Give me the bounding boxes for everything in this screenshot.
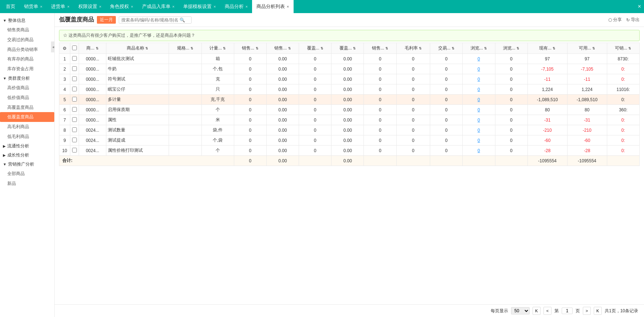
close-icon[interactable]: ×	[213, 4, 216, 9]
th-available[interactable]: 可用... ⇅	[567, 43, 607, 54]
sidebar-item-high-margin[interactable]: 高毛利商品	[0, 122, 54, 132]
row-browse1[interactable]: 0	[463, 105, 495, 115]
row-checkbox-cell[interactable]	[70, 135, 79, 146]
row-checkbox-cell[interactable]	[70, 54, 79, 64]
row-checkbox-cell[interactable]	[70, 84, 79, 95]
row-checkbox-cell[interactable]	[70, 115, 79, 125]
row-checkbox-cell[interactable]	[70, 74, 79, 84]
th-sales-amt[interactable]: 销售... ⇅	[266, 43, 299, 54]
close-icon[interactable]: ×	[172, 4, 174, 9]
th-cover1[interactable]: 覆盖... ⇅	[299, 43, 331, 54]
close-icon[interactable]: ×	[67, 4, 69, 9]
row-checkbox-cell[interactable]	[70, 146, 79, 156]
th-browse2[interactable]: 浏览... ⇅	[495, 43, 527, 54]
nav-tab-templates[interactable]: 单据模板设置 ×	[179, 0, 220, 13]
share-button[interactable]: ⬡ 分享	[608, 17, 622, 23]
period-button[interactable]: 近一月	[97, 16, 116, 24]
th-sales2[interactable]: 销售... ⇅	[364, 43, 396, 54]
nav-tab-purchase[interactable]: 进货单 ×	[47, 0, 74, 13]
nav-tab-home[interactable]: 首页	[1, 0, 20, 13]
sidebar-item-high-value[interactable]: 高价值商品	[0, 83, 54, 93]
nav-tab-sales[interactable]: 销货单 ×	[20, 0, 47, 13]
sidebar-group-marketing[interactable]: ▼ 营销推广分析	[0, 160, 54, 169]
sidebar-item-all-products[interactable]: 全部商品	[0, 169, 54, 179]
th-browse1[interactable]: 浏览... ⇅	[463, 43, 495, 54]
close-icon[interactable]: ×	[99, 4, 101, 9]
nav-tab-analysis[interactable]: 商品分析 ×	[220, 0, 252, 13]
sidebar-item-sales-products[interactable]: 销售类商品	[0, 25, 54, 35]
th-gross-rate[interactable]: 毛利率 ⇅	[396, 43, 430, 54]
nav-tab-production[interactable]: 产成品入库单 ×	[138, 0, 179, 13]
row-browse1[interactable]: 0	[463, 95, 495, 105]
sidebar-collapse-button[interactable]: «	[51, 41, 55, 52]
row-sales-amt: 0.00	[266, 54, 299, 64]
last-page-button[interactable]: K	[594, 307, 602, 315]
sidebar-item-stock-capital[interactable]: 库存资金占用	[0, 64, 54, 74]
row-browse1[interactable]: 0	[463, 74, 495, 84]
sidebar-item-traded-products[interactable]: 交易过的商品	[0, 35, 54, 45]
page-number-input[interactable]	[562, 308, 573, 314]
sidebar-group-growth[interactable]: ▶ 成长性分析	[0, 151, 54, 160]
search-input[interactable]	[121, 17, 180, 23]
close-icon[interactable]: ×	[131, 4, 133, 9]
close-all-button[interactable]: ×	[638, 3, 641, 10]
row-checkbox-cell[interactable]	[70, 125, 79, 135]
row-checkbox[interactable]	[72, 127, 77, 132]
row-browse1[interactable]: 0	[463, 135, 495, 146]
page-unit: 页	[576, 308, 580, 314]
row-browse1[interactable]: 0	[463, 84, 495, 95]
row-checkbox[interactable]	[72, 107, 77, 112]
close-icon[interactable]: ×	[40, 4, 42, 9]
row-checkbox[interactable]	[72, 87, 77, 91]
row-browse1[interactable]: 0	[463, 64, 495, 74]
sidebar-group-cluster[interactable]: ▼ 类群度分析	[0, 74, 54, 83]
th-cover2[interactable]: 覆盖... ⇅	[331, 43, 364, 54]
close-icon[interactable]: ×	[287, 4, 289, 9]
select-all-checkbox[interactable]	[72, 45, 77, 50]
row-checkbox[interactable]	[72, 117, 77, 122]
th-trade[interactable]: 交易... ⇅	[430, 43, 463, 54]
prev-page-button[interactable]: <	[543, 307, 551, 315]
row-browse1[interactable]: 0	[463, 54, 495, 64]
nav-tab-roles[interactable]: 角色授权 ×	[106, 0, 137, 13]
row-checkbox-cell[interactable]	[70, 105, 79, 115]
row-browse1[interactable]: 0	[463, 115, 495, 125]
row-browse2: 0	[495, 115, 527, 125]
first-page-button[interactable]: K	[533, 307, 541, 315]
th-unit[interactable]: 计量... ⇅	[201, 43, 234, 54]
row-browse1[interactable]: 0	[463, 146, 495, 156]
nav-tab-permissions[interactable]: 权限设置 ×	[74, 0, 106, 13]
row-browse1[interactable]: 0	[463, 125, 495, 135]
nav-tab-analysis-list[interactable]: 商品分析列表 ×	[252, 0, 293, 13]
sidebar-item-low-coverage[interactable]: 低覆盖度商品	[0, 112, 54, 122]
th-name[interactable]: 商品名称 ⇅	[106, 43, 169, 54]
sidebar-item-new-products[interactable]: 新品	[0, 179, 54, 189]
row-checkbox-cell[interactable]	[70, 95, 79, 105]
row-checkbox[interactable]	[72, 148, 77, 152]
sidebar-group-circulation[interactable]: ▶ 流通性分析	[0, 142, 54, 151]
row-checkbox[interactable]	[72, 76, 77, 81]
th-code[interactable]: 商... ⇅	[79, 43, 106, 54]
sidebar-item-in-stock[interactable]: 有库存的商品	[0, 54, 54, 64]
sidebar-item-low-margin[interactable]: 低毛利商品	[0, 132, 54, 142]
sidebar-item-high-coverage[interactable]: 高覆盖度商品	[0, 103, 54, 112]
sidebar-item-low-value[interactable]: 低价值商品	[0, 93, 54, 103]
row-checkbox[interactable]	[72, 66, 77, 71]
row-checkbox[interactable]	[72, 56, 77, 61]
row-checkbox[interactable]	[72, 138, 77, 142]
row-checkbox[interactable]	[72, 97, 77, 102]
th-settings[interactable]: ⚙	[59, 43, 70, 54]
th-sellable[interactable]: 可销... ⇅	[607, 43, 639, 54]
export-button[interactable]: ↻ 导出	[626, 17, 640, 23]
th-current[interactable]: 现有... ⇅	[527, 43, 567, 54]
row-name: 眠宝公仔	[106, 84, 169, 95]
close-icon[interactable]: ×	[246, 4, 248, 9]
row-checkbox-cell[interactable]	[70, 64, 79, 74]
sidebar-group-overall[interactable]: ▼ 整体信息	[0, 16, 54, 25]
sidebar-item-category-rate[interactable]: 商品分类动销率	[0, 45, 54, 55]
th-spec[interactable]: 规格... ⇅	[169, 43, 201, 54]
page-size-select[interactable]: 50 100 200	[511, 307, 530, 314]
next-page-button[interactable]: >	[583, 307, 591, 315]
search-icon[interactable]: 🔍	[180, 17, 185, 23]
th-sales-qty[interactable]: 销售... ⇅	[234, 43, 266, 54]
